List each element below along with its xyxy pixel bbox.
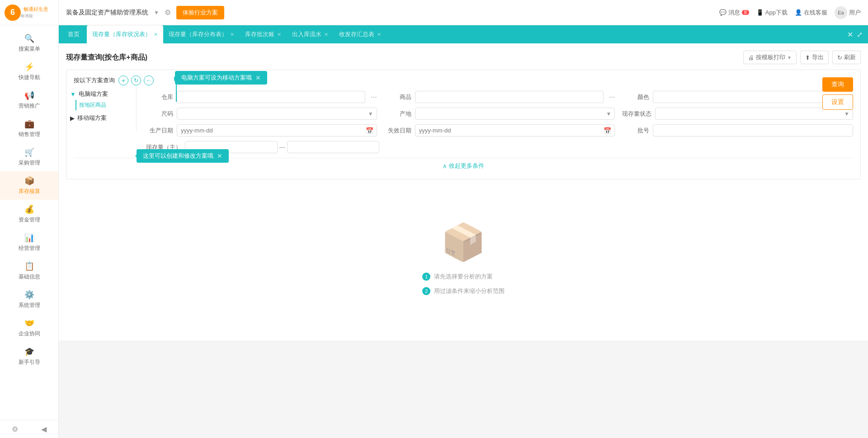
tab-inout-flow[interactable]: 出入库流水 ✕	[287, 25, 334, 43]
expire-date-input[interactable]	[415, 124, 615, 137]
scheme-mobile-toggle[interactable]: ▶ 移动端方案	[66, 112, 136, 124]
search-button[interactable]: 查询	[822, 77, 853, 92]
message-icon: 💬	[719, 9, 726, 16]
sidebar-bottom: ⚙ ◀	[0, 420, 58, 438]
user-item[interactable]: Ea 用户	[835, 6, 861, 19]
sidebar-item-purchase[interactable]: 🛒 采购管理	[0, 143, 58, 171]
online-service-item[interactable]: 👤 在线客服	[795, 9, 827, 17]
content-area: 现存量查询(按仓库+商品) 🖨 按模板打印 ▼ ⬆ 导出 ↻ 刷新	[59, 43, 868, 340]
sidebar-logo: 6 畅通好生意 标准版	[0, 0, 58, 25]
color-label: 颜色	[622, 93, 649, 101]
app-name: 畅通好生意	[24, 6, 48, 12]
tab-batch-ledger[interactable]: 库存批次账 ✕	[240, 25, 287, 43]
app-badge: 标准版	[21, 13, 48, 19]
service-icon: 👤	[795, 9, 802, 16]
connect-line	[176, 82, 177, 102]
header-left: 装备及固定资产辅助管理系统 ▼ ⚙ 体验行业方案	[66, 6, 224, 19]
product-dots[interactable]: ···	[609, 93, 615, 101]
scheme-tooltip-close-2[interactable]: ✕	[217, 152, 222, 160]
scheme-desktop-toggle[interactable]: ▼ 电脑端方案	[66, 88, 136, 100]
tab-inventory-status-close[interactable]: ✕	[154, 32, 158, 38]
sidebar-settings-icon[interactable]: ⚙	[12, 425, 18, 433]
sidebar-item-system[interactable]: ⚙️ 系统管理	[0, 285, 58, 314]
reset-button[interactable]: 设置	[822, 94, 853, 110]
purchase-icon: 🛒	[24, 147, 34, 157]
print-button[interactable]: 🖨 按模板打印 ▼	[743, 51, 797, 64]
scheme-tooltip-text-1: 电脑方案可设为移动方案哦	[181, 74, 252, 82]
export-button[interactable]: ⬆ 导出	[800, 51, 829, 64]
tab-inventory-dist[interactable]: 现存量（库存分布表） ✕	[163, 25, 240, 43]
filter-actions: + ↻ ←	[118, 75, 154, 85]
basic-icon: 📋	[24, 261, 34, 271]
filter-refresh-button[interactable]: ↻	[131, 75, 141, 85]
sidebar-nav: 🔍 搜索菜单 ⚡ 快捷导航 📢 营销推广 💼 销售管理 🛒 采购管理 📦 库存核…	[0, 25, 58, 420]
tab-action-btns: ✕ ⤢	[847, 30, 866, 39]
filter-row-4: 现存量（主） —	[146, 141, 853, 153]
size-select[interactable]	[177, 108, 377, 120]
header-right: 💬 消息 8 📱 App下载 👤 在线客服 Ea 用户	[719, 6, 861, 19]
phone-icon: 📱	[756, 9, 764, 16]
tab-batch-ledger-close[interactable]: ✕	[277, 32, 281, 38]
tab-home[interactable]: 首页	[61, 30, 87, 38]
filter-product-row: 商品 ···	[384, 91, 615, 103]
filter-add-button[interactable]: +	[118, 75, 128, 85]
tab-inventory-dist-label: 现存量（库存分布表）	[169, 30, 227, 38]
tab-inout-flow-close[interactable]: ✕	[324, 32, 328, 38]
tab-inout-flow-label: 出入库流水	[292, 30, 321, 38]
batch-label: 批号	[622, 127, 649, 135]
scheme-sub-desktop: 按地区商品	[66, 100, 136, 110]
sidebar-item-enterprise[interactable]: 🤝 企业协同	[0, 314, 58, 342]
avatar: Ea	[835, 6, 847, 19]
tab-inventory-status[interactable]: 现存量（库存状况表） ✕	[87, 25, 163, 43]
sidebar-item-quick[interactable]: ⚡ 快捷导航	[0, 57, 58, 86]
quantity-to-input[interactable]	[287, 141, 380, 153]
filter-expire-date-row: 失效日期 📅	[384, 124, 615, 137]
search-icon: 🔍	[24, 33, 34, 43]
sidebar-item-marketing[interactable]: 📢 营销推广	[0, 86, 58, 114]
scheme-tooltip-close-1[interactable]: ✕	[255, 74, 261, 81]
size-select-wrap: ▼	[177, 108, 377, 120]
product-input[interactable]	[415, 91, 604, 103]
app-download-item[interactable]: 📱 App下载	[756, 9, 788, 17]
tab-collection-summary-close[interactable]: ✕	[377, 32, 381, 38]
header-settings-icon[interactable]: ⚙	[165, 8, 171, 17]
warehouse-input-wrap	[177, 91, 365, 103]
scheme-group-mobile: ▶ 移动端方案	[66, 112, 136, 124]
online-service-label: 在线客服	[804, 9, 827, 17]
filter-warehouse-row: 仓库 ···	[146, 91, 377, 103]
tab-inventory-dist-close[interactable]: ✕	[230, 32, 234, 38]
batch-input[interactable]	[653, 124, 853, 137]
sidebar-item-sales[interactable]: 💼 销售管理	[0, 114, 58, 143]
message-item[interactable]: 💬 消息 8	[719, 9, 749, 17]
tab-close-all-btn[interactable]: ✕	[847, 30, 853, 39]
refresh-button[interactable]: ↻ 刷新	[832, 51, 861, 64]
origin-label: 产地	[384, 110, 411, 118]
print-dropdown-icon: ▼	[787, 55, 792, 60]
origin-select[interactable]	[415, 108, 615, 120]
header: 装备及固定资产辅助管理系统 ▼ ⚙ 体验行业方案 💬 消息 8 📱 App下载 …	[59, 0, 868, 25]
warehouse-dots[interactable]: ···	[371, 93, 377, 101]
product-input-wrap	[415, 91, 604, 103]
warehouse-label: 仓库	[146, 93, 173, 101]
export-icon: ⬆	[805, 54, 810, 61]
sidebar-item-search[interactable]: 🔍 搜索菜单	[0, 29, 58, 57]
produce-date-input[interactable]	[177, 124, 377, 137]
trial-button[interactable]: 体验行业方案	[176, 6, 224, 19]
tab-expand-btn[interactable]: ⤢	[857, 30, 863, 39]
scheme-sub-item-1[interactable]: 按地区商品	[75, 100, 136, 110]
filter-back-button[interactable]: ←	[144, 75, 154, 85]
warehouse-input[interactable]	[177, 91, 365, 103]
marketing-icon: 📢	[24, 90, 34, 100]
tab-collection-summary[interactable]: 收发存汇总表 ✕	[334, 25, 387, 43]
empty-state-icon: 📦	[441, 221, 486, 264]
scheme-tooltip-2: 这里可以创建和修改方案哦 ✕	[137, 149, 229, 163]
system-dropdown-icon[interactable]: ▼	[154, 9, 159, 16]
empty-step-2: 2 用过滤条件来缩小分析范围	[422, 285, 505, 297]
sidebar-item-basic[interactable]: 📋 基础信息	[0, 257, 58, 285]
main-content: 现存量查询(按仓库+商品) 🖨 按模板打印 ▼ ⬆ 导出 ↻ 刷新	[59, 43, 868, 438]
sidebar-item-operations[interactable]: 📊 经营管理	[0, 228, 58, 257]
sidebar-collapse-icon[interactable]: ◀	[41, 425, 47, 433]
sidebar-item-finance[interactable]: 💰 资金管理	[0, 200, 58, 228]
sidebar-item-inventory[interactable]: 📦 库存核算	[0, 171, 58, 200]
sidebar-item-guide[interactable]: 🎓 新手引导	[0, 342, 58, 371]
